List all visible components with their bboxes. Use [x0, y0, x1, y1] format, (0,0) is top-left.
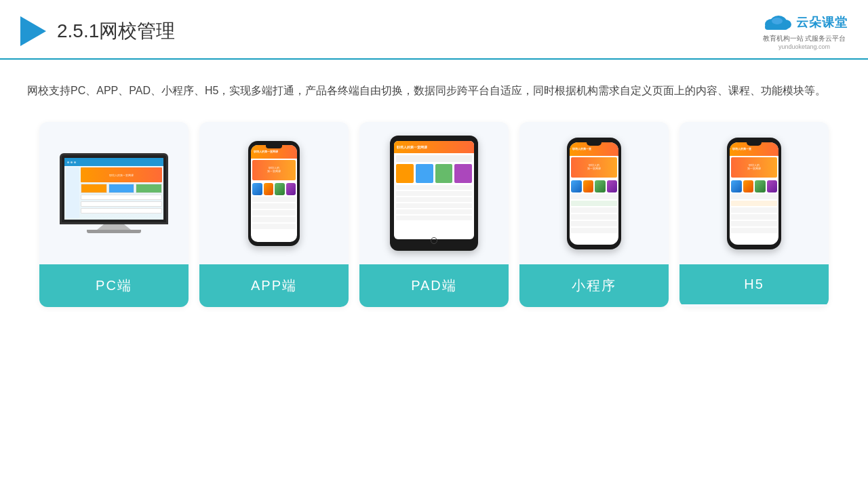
- card-app: 职培人的第一堂网课 职培人的第一堂网课: [199, 122, 349, 307]
- logo-subtitle: 教育机构一站 式服务云平台: [763, 34, 846, 43]
- pc-screen-inner: 职培人的第一堂网课: [64, 158, 163, 220]
- logo-cloud: 云朵课堂: [761, 12, 848, 33]
- pc-body: 职培人的第一堂网课: [64, 166, 163, 220]
- pad-mockup: 职培人的第一堂网课: [390, 136, 478, 251]
- header-left: 2.5.1网校管理: [20, 16, 175, 46]
- h5-screen: 职培人的第一堂 职培人的第一堂网课: [730, 142, 778, 245]
- phone-screen: 职培人的第一堂网课 职培人的第一堂网课: [251, 145, 297, 242]
- phone-content: 职培人的第一堂网课: [251, 159, 297, 230]
- pc-topbar: [64, 158, 163, 166]
- card-pad-image: 职培人的第一堂网课: [359, 122, 509, 264]
- svg-point-4: [772, 18, 783, 24]
- card-pad: 职培人的第一堂网课: [359, 122, 509, 307]
- pc-banner: 职培人的第一堂网课: [81, 167, 162, 182]
- miniprogram-screen: 职培人的第一堂 职培人的第一堂网课: [570, 142, 618, 245]
- cloud-logo-icon: [761, 12, 792, 33]
- h5-phone-mockup: 职培人的第一堂 职培人的第一堂网课: [727, 138, 781, 249]
- svg-rect-3: [765, 24, 788, 30]
- pc-dot-1: [67, 161, 69, 163]
- miniprogram-phone-mockup: 职培人的第一堂 职培人的第一堂网课: [567, 138, 621, 249]
- pc-dot-2: [71, 161, 73, 163]
- pad-screen: 职培人的第一堂网课: [394, 141, 474, 239]
- card-miniprogram-label: 小程序: [519, 264, 669, 307]
- card-app-label: APP端: [199, 264, 349, 307]
- h5-phone-notch-top: [747, 142, 762, 146]
- pad-screen-top: 职培人的第一堂网课: [394, 141, 474, 153]
- logo-url: yunduoketang.com: [778, 43, 830, 50]
- pad-rows: [396, 185, 472, 220]
- main-content: 网校支持PC、APP、PAD、小程序、H5，实现多端打通，产品各终端自由切换，数…: [0, 60, 868, 321]
- logo-area: 云朵课堂 教育机构一站 式服务云平台 yunduoketang.com: [761, 12, 848, 50]
- logo-text: 云朵课堂: [796, 14, 848, 30]
- card-h5-label: H5: [679, 264, 829, 304]
- pc-stand: [97, 224, 131, 230]
- pad-home-btn: [431, 237, 437, 244]
- play-icon: [20, 16, 46, 46]
- card-pc-label: PC端: [39, 264, 189, 307]
- card-miniprogram-image: 职培人的第一堂 职培人的第一堂网课: [519, 122, 669, 264]
- page-title: 2.5.1网校管理: [57, 18, 175, 44]
- phone-icons-row: [252, 183, 296, 195]
- h5-banner: 职培人的第一堂网课: [731, 157, 777, 178]
- header: 2.5.1网校管理 云朵课堂 教育机构一站 式服务云平台 yunduoketan…: [0, 0, 868, 60]
- pc-dot-3: [74, 161, 76, 163]
- card-pc-image: 职培人的第一堂网课: [39, 122, 189, 264]
- phone-notch: [266, 145, 282, 148]
- card-app-image: 职培人的第一堂网课 职培人的第一堂网课: [199, 122, 349, 264]
- app-phone-mockup: 职培人的第一堂网课 职培人的第一堂网课: [248, 141, 300, 246]
- card-pad-label: PAD端: [359, 264, 509, 307]
- cards-container: 职培人的第一堂网课: [27, 122, 841, 307]
- card-miniprogram: 职培人的第一堂 职培人的第一堂网课: [519, 122, 669, 307]
- miniprogram-content: 职培人的第一堂网课: [570, 156, 618, 235]
- card-pc: 职培人的第一堂网课: [39, 122, 189, 307]
- pad-cards-row: [396, 164, 472, 183]
- pc-main-mock: 职培人的第一堂网课: [81, 167, 162, 218]
- pc-sidebar-mock: [66, 167, 79, 218]
- card-h5-image: 职培人的第一堂 职培人的第一堂网课: [679, 122, 829, 264]
- h5-content: 职培人的第一堂网课: [730, 156, 778, 235]
- pad-content: [394, 153, 474, 222]
- miniprogram-banner: 职培人的第一堂网课: [571, 157, 617, 178]
- pc-base: [87, 230, 141, 233]
- pc-cards-row: [81, 184, 162, 193]
- pc-mockup: 职培人的第一堂网课: [60, 153, 168, 233]
- description-text: 网校支持PC、APP、PAD、小程序、H5，实现多端打通，产品各终端自由切换，数…: [27, 80, 841, 102]
- miniprogram-icons-row: [571, 180, 617, 192]
- pc-screen-outer: 职培人的第一堂网课: [60, 153, 168, 224]
- phone-notch-top: [587, 142, 601, 146]
- phone-banner: 职培人的第一堂网课: [252, 160, 296, 180]
- card-h5: 职培人的第一堂 职培人的第一堂网课: [679, 122, 829, 307]
- h5-icons-row: [731, 180, 777, 192]
